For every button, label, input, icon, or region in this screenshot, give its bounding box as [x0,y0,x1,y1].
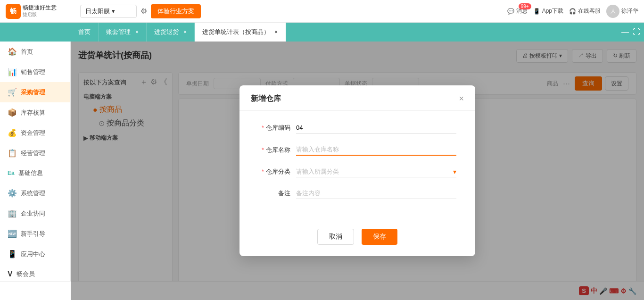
code-input[interactable] [296,122,456,133]
logo-area: 畅 畅捷通好生意 捷启版 [6,4,76,19]
avatar: 人 [606,5,619,18]
category-input[interactable] [296,166,453,177]
sidebar: 🏠 首页 📊 销售管理 🛒 采购管理 📦 库存核算 💰 资金管理 📋 经营管理 … [0,42,71,300]
app-label: App下载 [542,7,563,15]
form-row-category: 仓库分类 ▾ [258,166,456,177]
tab-home-label: 首页 [78,28,91,36]
home-icon: 🏠 [8,47,17,56]
sidebar-item-guide-label: 新手引导 [21,230,45,238]
sidebar-item-home[interactable]: 🏠 首页 [0,42,70,62]
service-item[interactable]: 🎧 在线客服 [569,7,601,15]
tab-account[interactable]: 账套管理 × [99,23,147,42]
sidebar-item-operations-label: 经营管理 [21,149,45,158]
header-actions: 💬 消息 99+ 📱 App下载 🎧 在线客服 人 徐泽华 [507,5,638,18]
sidebar-item-sales[interactable]: 📊 销售管理 [0,62,70,82]
sales-icon: 📊 [8,67,17,76]
new-warehouse-modal: 新增仓库 × 仓库编码 仓库名称 仓库分类 [239,85,475,256]
experience-button[interactable]: 体验行业方案 [151,4,201,18]
category-select-wrapper: ▾ [296,166,456,177]
user-item[interactable]: 人 徐泽华 [606,5,638,18]
note-label: 备注 [258,189,296,198]
modal-header: 新增仓库 × [239,85,475,111]
store-name: 日太阳膜 [85,7,110,16]
app-icon: 📱 [533,8,540,15]
content-area: 进货单统计(按商品) 🖨 按模板打印 ▾ ↗ 导出 ↻ 刷新 [71,42,644,300]
sidebar-item-system-label: 系统管理 [21,189,45,198]
sidebar-item-inventory-label: 库存核算 [21,108,45,117]
tab-purchase-stats-label: 进货单统计表（按商品） [202,28,270,36]
message-badge: 99+ [519,3,531,9]
tab-bar: 首页 账套管理 × 进货退货 × 进货单统计表（按商品） × — ⛶ [0,23,644,42]
sidebar-item-appcenter[interactable]: 📱 应用中心 [0,244,70,264]
tab-home[interactable]: 首页 [71,23,99,42]
sidebar-item-home-label: 首页 [21,48,33,56]
sidebar-item-system[interactable]: ⚙️ 系统管理 [0,183,70,203]
note-input[interactable] [296,188,456,199]
tab-account-label: 账套管理 [106,28,131,36]
form-row-code: 仓库编码 [258,122,456,133]
sidebar-item-appcenter-label: 应用中心 [21,250,45,258]
purchase-icon: 🛒 [8,88,17,97]
modal-title: 新增仓库 [251,94,281,104]
guide-icon: 🆕 [8,229,17,238]
tab-purchase-return[interactable]: 进货退货 × [147,23,195,42]
tab-purchase-stats-close-icon[interactable]: × [274,29,278,35]
message-icon: 💬 [507,8,514,15]
store-select-arrow-icon: ▾ [112,8,115,15]
member-icon: V [8,270,13,278]
logo-icon: 畅 [6,4,21,19]
tab-account-close-icon[interactable]: × [135,29,139,35]
modal-footer: 取消 保存 [239,221,475,256]
sidebar-item-purchase-label: 采购管理 [21,88,45,97]
form-row-note: 备注 [258,188,456,199]
tab-maximize-button[interactable]: ⛶ [633,28,640,36]
logo-text-block: 畅捷通好生意 捷启版 [23,4,57,18]
sidebar-item-finance[interactable]: 💰 资金管理 [0,123,70,143]
tab-minimize-button[interactable]: — [621,28,629,36]
enterprise-icon: 🏢 [8,209,17,218]
sidebar-item-inventory[interactable]: 📦 库存核算 [0,102,70,123]
sidebar-item-purchase[interactable]: 🛒 采购管理 [0,82,70,102]
headset-icon: 🎧 [569,8,576,15]
top-header: 畅 畅捷通好生意 捷启版 日太阳膜 ▾ ⚙ 体验行业方案 💬 消息 99+ 📱 … [0,0,644,23]
sidebar-item-enterprise[interactable]: 🏢 企业协同 [0,203,70,224]
sidebar-item-sales-label: 销售管理 [21,68,45,76]
appcenter-icon: 📱 [8,250,17,258]
category-dropdown-icon[interactable]: ▾ [453,168,456,175]
finance-icon: 💰 [8,128,17,137]
inventory-icon: 📦 [8,108,17,117]
basic-icon: Ea [8,170,15,176]
operations-icon: 📋 [8,149,17,158]
user-name: 徐泽华 [621,7,638,15]
sidebar-item-member-label: 畅会员 [17,270,35,278]
message-icon-item[interactable]: 💬 消息 99+ [507,7,528,15]
tab-purchase-return-label: 进货退货 [154,28,179,36]
name-label: 仓库名称 [258,146,296,154]
sidebar-item-basic[interactable]: Ea 基础信息 [0,163,70,183]
sidebar-item-enterprise-label: 企业协同 [21,209,45,218]
logo-subtitle: 捷启版 [23,11,57,18]
service-label: 在线客服 [578,7,601,15]
code-label: 仓库编码 [258,124,296,132]
logo-title: 畅捷通好生意 [23,4,57,12]
cancel-button[interactable]: 取消 [317,229,354,245]
tab-purchase-return-close-icon[interactable]: × [183,29,187,35]
store-select[interactable]: 日太阳膜 ▾ [80,5,137,18]
sidebar-item-finance-label: 资金管理 [21,129,45,137]
app-download-item[interactable]: 📱 App下载 [533,7,563,15]
form-row-name: 仓库名称 [258,144,456,156]
tab-bar-actions: — ⛶ [621,28,644,36]
name-input[interactable] [296,144,456,156]
sidebar-item-guide[interactable]: 🆕 新手引导 [0,224,70,244]
modal-body: 仓库编码 仓库名称 仓库分类 ▾ 备注 [239,111,475,221]
category-label: 仓库分类 [258,167,296,176]
sidebar-item-basic-label: 基础信息 [18,169,43,177]
main-layout: 🏠 首页 📊 销售管理 🛒 采购管理 📦 库存核算 💰 资金管理 📋 经营管理 … [0,42,644,300]
system-icon: ⚙️ [8,189,17,198]
tab-purchase-stats[interactable]: 进货单统计表（按商品） × [195,23,286,42]
modal-close-button[interactable]: × [459,94,464,104]
save-button[interactable]: 保存 [362,229,397,245]
gear-icon[interactable]: ⚙ [140,7,147,16]
sidebar-item-operations[interactable]: 📋 经营管理 [0,143,70,163]
